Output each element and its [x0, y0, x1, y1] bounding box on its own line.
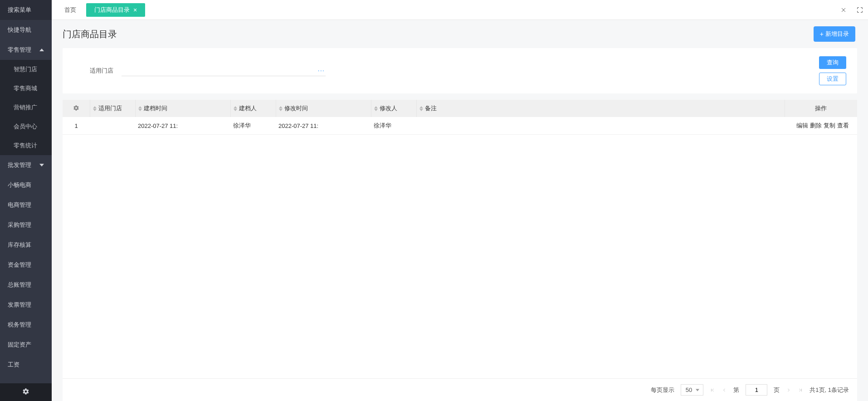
page-input[interactable]	[746, 384, 767, 396]
row-action[interactable]: 查看	[837, 122, 849, 129]
add-catalog-button[interactable]: + 新增目录	[814, 26, 855, 42]
sort-icon	[234, 106, 237, 111]
page-prefix: 第	[733, 386, 739, 394]
sort-icon	[138, 106, 142, 111]
pagination: 每页显示 50 第 页 共1页, 1条记录	[63, 378, 857, 401]
table-cell: 徐泽华	[230, 117, 276, 135]
page-title: 门店商品目录	[63, 28, 117, 40]
chevron-down-icon	[39, 164, 44, 166]
table-cell: 2022-07-27 11:	[276, 117, 371, 135]
sidebar-item-label: 税务管理	[8, 321, 31, 329]
sidebar-item[interactable]: 批发管理	[0, 155, 52, 175]
tab-label: 首页	[64, 6, 76, 14]
add-catalog-label: 新增目录	[825, 30, 849, 38]
tab-label: 门店商品目录	[94, 6, 130, 14]
sidebar-item[interactable]: 税务管理	[0, 315, 52, 335]
sidebar-settings[interactable]	[0, 383, 52, 401]
sidebar-item-label: 智慧门店	[14, 66, 37, 73]
sidebar-item[interactable]: 智慧门店	[0, 60, 52, 79]
tab[interactable]: 首页	[56, 3, 84, 17]
col-store[interactable]: 适用门店	[90, 100, 135, 117]
tab-close-icon[interactable]: ×	[133, 7, 137, 13]
sidebar-item[interactable]: 发票管理	[0, 295, 52, 315]
sidebar-item[interactable]: 零售管理	[0, 40, 52, 60]
sidebar-item-label: 电商管理	[8, 201, 31, 209]
fullscreen-icon[interactable]	[854, 5, 865, 15]
sidebar-item-label: 固定资产	[8, 341, 31, 349]
sidebar-item[interactable]: 搜索菜单	[0, 0, 52, 20]
sidebar-item-label: 库存核算	[8, 241, 31, 249]
sidebar-item-label: 发票管理	[8, 301, 31, 309]
ellipsis-icon[interactable]: ···	[317, 66, 325, 74]
col-actions: 操作	[785, 100, 857, 117]
query-button[interactable]: 查询	[819, 56, 846, 69]
sidebar: 搜索菜单快捷导航零售管理智慧门店零售商城营销推广会员中心零售统计批发管理小畅电商…	[0, 0, 52, 401]
row-action[interactable]: 编辑	[796, 122, 808, 129]
col-remark[interactable]: 备注	[416, 100, 785, 117]
page-size-select[interactable]: 50	[681, 384, 703, 396]
plus-icon: +	[820, 31, 824, 37]
sidebar-item[interactable]: 资金管理	[0, 255, 52, 275]
sidebar-item-label: 快捷导航	[8, 26, 31, 34]
sidebar-item[interactable]: 总账管理	[0, 275, 52, 295]
page-size-label: 每页显示	[651, 386, 674, 394]
sidebar-item[interactable]: 会员中心	[0, 117, 52, 136]
settings-button[interactable]: 设置	[819, 73, 846, 85]
sidebar-item[interactable]: 零售统计	[0, 136, 52, 155]
col-create-time[interactable]: 建档时间	[135, 100, 230, 117]
sidebar-item-label: 总账管理	[8, 281, 31, 289]
table-cell: 1	[63, 117, 90, 135]
chevron-up-icon	[39, 49, 44, 51]
next-page-icon[interactable]	[786, 387, 791, 393]
sidebar-item[interactable]: 库存核算	[0, 235, 52, 255]
sidebar-item-label: 资金管理	[8, 261, 31, 269]
sidebar-item-label: 零售管理	[8, 46, 31, 54]
table-cell	[416, 117, 785, 135]
sidebar-item[interactable]: 固定资产	[0, 335, 52, 355]
sidebar-item-label: 采购管理	[8, 221, 31, 229]
filter-store-input[interactable]	[122, 65, 326, 76]
main: 首页门店商品目录× 门店商品目录 + 新增目录 适	[52, 0, 868, 401]
sidebar-item-label: 会员中心	[14, 123, 37, 130]
sidebar-item-label: 工资	[8, 361, 20, 369]
sidebar-item-label: 批发管理	[8, 161, 31, 169]
prev-page-icon[interactable]	[722, 387, 727, 393]
table-cell-actions: 编辑删除复制查看	[785, 117, 857, 135]
sidebar-item[interactable]: 营销推广	[0, 98, 52, 117]
sidebar-item[interactable]: 零售商城	[0, 79, 52, 98]
tabbar: 首页门店商品目录×	[52, 0, 868, 20]
page-suffix: 页	[774, 386, 780, 394]
table: 适用门店 建档时间 建档人 修改时间 修改人 备注 操作 12022-07-27…	[63, 100, 857, 401]
table-settings-header[interactable]	[63, 100, 90, 117]
row-action[interactable]: 删除	[810, 122, 822, 129]
page-summary: 共1页, 1条记录	[809, 386, 849, 394]
sort-icon	[419, 106, 423, 111]
sidebar-item-label: 零售商城	[14, 85, 37, 92]
table-row: 12022-07-27 11:徐泽华2022-07-27 11:徐泽华编辑删除复…	[63, 117, 857, 135]
col-updater[interactable]: 修改人	[371, 100, 416, 117]
sidebar-item[interactable]: 工资	[0, 355, 52, 375]
sidebar-item-label: 小畅电商	[8, 181, 31, 189]
row-action[interactable]: 复制	[824, 122, 835, 129]
last-page-icon[interactable]	[798, 387, 803, 393]
table-cell	[90, 117, 135, 135]
sidebar-item[interactable]: 电商管理	[0, 195, 52, 215]
sidebar-item-label: 营销推广	[14, 104, 37, 111]
sort-icon	[279, 106, 283, 111]
close-icon[interactable]	[838, 5, 849, 15]
filter-bar: 适用门店 ··· 查询 设置	[63, 48, 857, 93]
tab[interactable]: 门店商品目录×	[86, 3, 145, 17]
first-page-icon[interactable]	[710, 387, 715, 393]
filter-store-label: 适用门店	[90, 67, 113, 75]
sort-icon	[93, 106, 97, 111]
col-update-time[interactable]: 修改时间	[276, 100, 371, 117]
col-creator[interactable]: 建档人	[230, 100, 276, 117]
sidebar-item[interactable]: 小畅电商	[0, 175, 52, 195]
sidebar-item[interactable]: 快捷导航	[0, 20, 52, 40]
sort-icon	[374, 106, 378, 111]
sidebar-item[interactable]: 采购管理	[0, 215, 52, 235]
table-cell: 2022-07-27 11:	[135, 117, 230, 135]
sidebar-item-label: 搜索菜单	[8, 6, 31, 14]
sidebar-item-label: 零售统计	[14, 142, 37, 149]
gear-icon	[22, 390, 29, 396]
